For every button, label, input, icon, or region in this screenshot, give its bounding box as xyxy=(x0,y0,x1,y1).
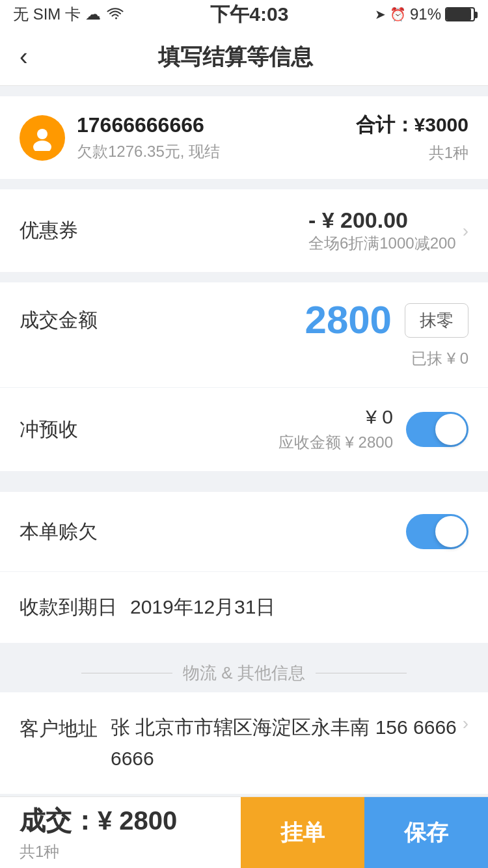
prepay-sub: 应收金额 ¥ 2800 xyxy=(278,432,393,453)
logistics-divider: 物流 & 其他信息 xyxy=(0,653,488,692)
prepay-amount: ¥ 0 xyxy=(278,406,393,428)
customer-left: 17666666666 欠款1276.35元, 现结 xyxy=(20,113,220,162)
prepay-amount-wrap: ¥ 0 应收金额 ¥ 2800 xyxy=(278,406,393,453)
bottom-deal-info: 成交：¥ 2800 共1种 xyxy=(0,803,241,862)
save-button[interactable]: 保存 xyxy=(364,797,488,869)
coupon-chevron-icon: › xyxy=(463,221,468,241)
alarm-icon: ⏰ xyxy=(390,7,406,22)
battery-percent: 91% xyxy=(410,5,441,23)
nav-bar: ‹ 填写结算等信息 xyxy=(0,29,488,86)
hold-button[interactable]: 挂单 xyxy=(241,797,364,869)
prepay-right: ¥ 0 应收金额 ¥ 2800 xyxy=(278,406,468,453)
deal-sub-text: 已抹 ¥ 0 xyxy=(411,349,468,367)
prepay-toggle-thumb xyxy=(435,414,467,445)
total-sub: 共1种 xyxy=(356,142,468,163)
duedate-label: 收款到期日 xyxy=(20,594,117,621)
bottom-bar: 成交：¥ 2800 共1种 挂单 保存 xyxy=(0,796,488,868)
coupon-desc: 全场6折满1000减200 xyxy=(308,233,456,254)
deal-amount-section: 成交金额 2800 抹零 已抹 ¥ 0 xyxy=(0,282,488,387)
deal-amount-label: 成交金额 xyxy=(20,307,98,334)
location-icon: ➤ xyxy=(375,7,386,22)
page-title: 填写结算等信息 xyxy=(41,42,431,72)
customer-phone: 17666666666 xyxy=(77,113,220,137)
round-button[interactable]: 抹零 xyxy=(405,303,468,338)
prepay-toggle[interactable] xyxy=(406,412,468,447)
customer-card: 17666666666 欠款1276.35元, 现结 合计：¥3000 共1种 xyxy=(0,96,488,179)
status-time: 下午4:03 xyxy=(210,1,288,28)
wifi-icon xyxy=(106,8,124,21)
coupon-discount: - ¥ 200.00 xyxy=(308,208,456,233)
logistics-section-label: 物流 & 其他信息 xyxy=(81,662,407,685)
debit-toggle-thumb xyxy=(435,516,467,547)
address-value: 张 北京市市辖区海淀区永丰南 156 6666 6666 xyxy=(111,712,463,774)
prepay-label: 冲预收 xyxy=(20,416,78,443)
status-left: 无 SIM 卡 ☁ xyxy=(13,4,124,25)
bottom-deal-amount: 成交：¥ 2800 xyxy=(20,803,221,839)
debit-toggle[interactable] xyxy=(406,514,468,549)
coupon-right: - ¥ 200.00 全场6折满1000减200 › xyxy=(308,208,468,254)
coupon-row[interactable]: 优惠券 - ¥ 200.00 全场6折满1000减200 › xyxy=(0,189,488,272)
address-section[interactable]: 客户地址 张 北京市市辖区海淀区永丰南 156 6666 6666 › xyxy=(0,692,488,794)
sim-label: 无 SIM 卡 ☁ xyxy=(13,4,101,25)
deal-amount-value: 2800 xyxy=(305,301,392,340)
customer-totals: 合计：¥3000 共1种 xyxy=(356,112,468,163)
avatar xyxy=(20,115,65,161)
svg-point-0 xyxy=(37,129,47,139)
customer-sub: 欠款1276.35元, 现结 xyxy=(77,141,220,162)
prepay-section: 冲预收 ¥ 0 应收金额 ¥ 2800 xyxy=(0,387,488,471)
debit-label: 本单赊欠 xyxy=(20,519,98,545)
coupon-label: 优惠券 xyxy=(20,217,78,244)
total-amount: 合计：¥3000 xyxy=(356,112,468,139)
deal-amount-wrap: 2800 抹零 xyxy=(305,301,468,340)
customer-info: 17666666666 欠款1276.35元, 现结 xyxy=(77,113,220,162)
address-chevron-icon: › xyxy=(463,712,468,734)
status-right: ➤ ⏰ 91% xyxy=(375,5,475,23)
section-divider-2 xyxy=(0,471,488,481)
back-button[interactable]: ‹ xyxy=(20,43,41,71)
duedate-value: 2019年12月31日 xyxy=(130,594,275,621)
bottom-deal-sub: 共1种 xyxy=(20,841,221,862)
svg-point-1 xyxy=(33,141,51,151)
deal-amount-row: 成交金额 2800 抹零 xyxy=(20,301,468,340)
status-bar: 无 SIM 卡 ☁ 下午4:03 ➤ ⏰ 91% xyxy=(0,0,488,29)
duedate-section: 收款到期日 2019年12月31日 xyxy=(0,571,488,643)
debit-section: 本单赊欠 xyxy=(0,492,488,571)
prepay-row: 冲预收 ¥ 0 应收金额 ¥ 2800 xyxy=(20,406,468,453)
address-label: 客户地址 xyxy=(20,712,98,744)
battery-icon xyxy=(445,7,475,21)
section-divider-1 xyxy=(0,272,488,282)
